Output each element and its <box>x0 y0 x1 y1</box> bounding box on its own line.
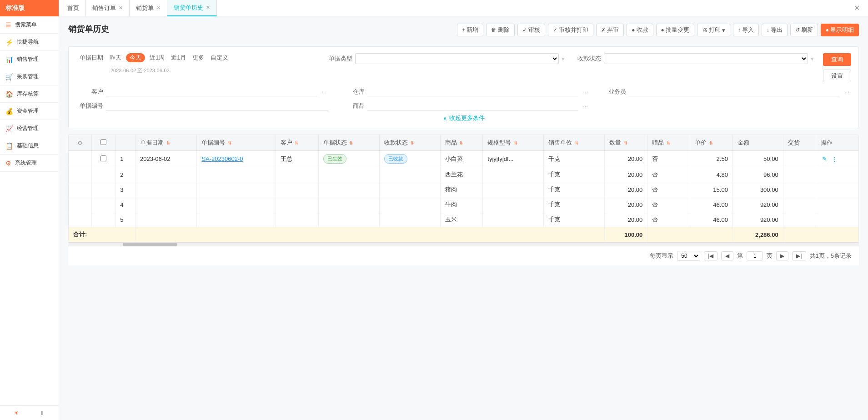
sidebar-item-quick-nav[interactable]: ⚡ 快捷导航 <box>0 34 59 51</box>
prev-page-button[interactable]: ◀ <box>721 251 733 260</box>
row1-doc-no-link[interactable]: SA-20230602-0 <box>201 155 243 162</box>
page-size-select[interactable]: 50 20 100 <box>677 251 700 261</box>
doc-number-input[interactable] <box>106 101 328 110</box>
show-details-button[interactable]: ● 显示明细 <box>821 24 859 36</box>
last30-btn[interactable]: 近1月 <box>169 53 188 62</box>
tab-sales-history[interactable]: 销货单历史 ✕ <box>167 0 217 16</box>
customer-input[interactable] <box>106 87 317 96</box>
scrollbar-thumb[interactable] <box>123 243 177 246</box>
customer-dots[interactable]: ··· <box>320 88 328 95</box>
col-doc-no[interactable]: 单据编号 ⇅ <box>197 135 276 151</box>
row1-edit-icon[interactable]: ✎ <box>822 155 827 162</box>
sort-qty-icon: ⇅ <box>624 140 627 145</box>
refresh-button[interactable]: ↺ 刷新 <box>790 24 818 36</box>
doc-type-select[interactable] <box>355 53 559 64</box>
first-page-button[interactable]: |◀ <box>704 251 717 260</box>
add-button[interactable]: + 新增 <box>457 24 483 36</box>
row5-doc-no <box>197 212 276 227</box>
main-area: 首页 销售订单 ✕ 销货单 ✕ 销货单历史 ✕ ✕ 销货单历史 + 新增 <box>59 0 868 420</box>
row5-checkbox[interactable] <box>91 212 115 227</box>
sidebar-item-operations[interactable]: 📈 经营管理 <box>0 120 59 137</box>
warehouse-dots[interactable]: ··· <box>581 88 590 95</box>
export-button[interactable]: ↓ 导出 <box>762 24 788 36</box>
sidebar-item-inventory[interactable]: 🏠 库存核算 <box>0 85 59 103</box>
tab-sales-history-close[interactable]: ✕ <box>206 5 210 10</box>
page-content: 销货单历史 + 新增 🗑 删除 ✓ 审核 ✓ 审核并打印 <box>59 16 868 420</box>
row3-amount: 300.00 <box>733 182 783 197</box>
window-close-button[interactable]: ✕ <box>850 4 863 12</box>
row5-seq: 5 <box>115 212 135 227</box>
col-date[interactable]: 单据日期 ⇅ <box>135 135 197 151</box>
sidebar-item-system-mgmt[interactable]: ⚙ 系统管理 <box>0 155 59 172</box>
col-unit-price[interactable]: 单价 ⇅ <box>690 135 733 151</box>
review-print-button[interactable]: ✓ 审核并打印 <box>548 24 593 36</box>
sidebar-bottom-icon1[interactable]: ☀ <box>14 410 19 416</box>
col-checkbox[interactable] <box>91 135 115 151</box>
tab-sales-order[interactable]: 销售订单 ✕ <box>86 0 130 16</box>
page-number-input[interactable] <box>747 251 763 260</box>
print-button[interactable]: 🖨 打印 ▾ <box>697 24 730 36</box>
system-mgmt-icon: ⚙ <box>5 160 11 167</box>
tab-sales-goods[interactable]: 销货单 ✕ <box>130 0 167 16</box>
delete-button[interactable]: 🗑 删除 <box>486 24 515 36</box>
batch-change-button[interactable]: ● 批量变更 <box>656 24 694 36</box>
row1-trade <box>783 151 816 167</box>
table-row: 3 猪肉 千克 20.00 否 15.00 300.00 <box>69 182 858 197</box>
row2-doc-status <box>318 167 379 182</box>
row2-spec <box>483 167 544 182</box>
sidebar-bottom-icon2[interactable]: ⏸ <box>39 410 45 416</box>
query-button[interactable]: 查询 <box>823 53 851 66</box>
col-customer[interactable]: 客户 ⇅ <box>276 135 318 151</box>
row2-seq: 2 <box>115 167 135 182</box>
col-gift[interactable]: 赠品 ⇅ <box>647 135 690 151</box>
goods-input[interactable] <box>367 101 578 110</box>
row1-checkbox-input[interactable] <box>100 155 106 161</box>
col-pay-status[interactable]: 收款状态 ⇅ <box>379 135 440 151</box>
review-button[interactable]: ✓ 审核 <box>517 24 545 36</box>
select-all-checkbox[interactable] <box>100 139 106 145</box>
goods-dots[interactable]: ··· <box>581 102 590 109</box>
row1-checkbox[interactable] <box>91 151 115 167</box>
date-label: 单据日期 <box>76 54 103 62</box>
tab-home[interactable]: 首页 <box>59 0 86 16</box>
sidebar-item-basic-info[interactable]: 📋 基础信息 <box>0 137 59 155</box>
row3-checkbox[interactable] <box>91 182 115 197</box>
sidebar-item-search-menu[interactable]: ☰ 搜索菜单 <box>0 16 59 34</box>
import-button[interactable]: ↑ 导入 <box>733 24 759 36</box>
abandon-button[interactable]: ✗ 弃审 <box>596 24 624 36</box>
export-icon: ↓ <box>767 27 769 33</box>
sidebar-item-purchase-mgmt[interactable]: 🛒 采购管理 <box>0 68 59 85</box>
row4-gift: 否 <box>647 197 690 212</box>
col-qty[interactable]: 数量 ⇅ <box>605 135 647 151</box>
col-unit[interactable]: 销售单位 ⇅ <box>544 135 605 151</box>
yesterday-btn[interactable]: 昨天 <box>108 53 123 62</box>
custom-btn[interactable]: 自定义 <box>209 53 230 62</box>
filter-collapse-btn[interactable]: ∧ 收起更多条件 <box>76 114 851 122</box>
horizontal-scrollbar[interactable] <box>68 242 859 246</box>
sidebar-item-sales-mgmt[interactable]: 📊 销售管理 <box>0 51 59 68</box>
salesperson-dots[interactable]: ··· <box>843 88 851 95</box>
sidebar-item-finance[interactable]: 💰 资金管理 <box>0 103 59 120</box>
last-page-button[interactable]: ▶| <box>792 251 806 260</box>
salesperson-input[interactable] <box>629 87 840 96</box>
col-doc-status[interactable]: 单据状态 ⇅ <box>318 135 379 151</box>
tab-sales-order-close[interactable]: ✕ <box>119 5 123 11</box>
collect-button[interactable]: ● 收款 <box>627 24 653 36</box>
pay-status-select[interactable] <box>604 53 808 64</box>
col-spec[interactable]: 规格型号 ⇅ <box>483 135 544 151</box>
col-settings[interactable]: ⚙ <box>69 135 91 151</box>
row1-doc-no[interactable]: SA-20230602-0 <box>197 151 276 167</box>
today-btn[interactable]: 今天 <box>126 53 145 62</box>
tab-sales-goods-close[interactable]: ✕ <box>156 5 161 11</box>
col-goods[interactable]: 商品 ⇅ <box>440 135 483 151</box>
more-btn[interactable]: 更多 <box>191 53 206 62</box>
row4-checkbox[interactable] <box>91 197 115 212</box>
next-page-button[interactable]: ▶ <box>776 251 788 260</box>
last7-btn[interactable]: 近1周 <box>148 53 166 62</box>
warehouse-input[interactable] <box>367 87 578 96</box>
set-button[interactable]: 设置 <box>823 70 851 82</box>
row4-qty: 20.00 <box>605 197 647 212</box>
row2-checkbox[interactable] <box>91 167 115 182</box>
row3-doc-no <box>197 182 276 197</box>
row1-more-icon[interactable]: ⋮ <box>832 155 838 162</box>
